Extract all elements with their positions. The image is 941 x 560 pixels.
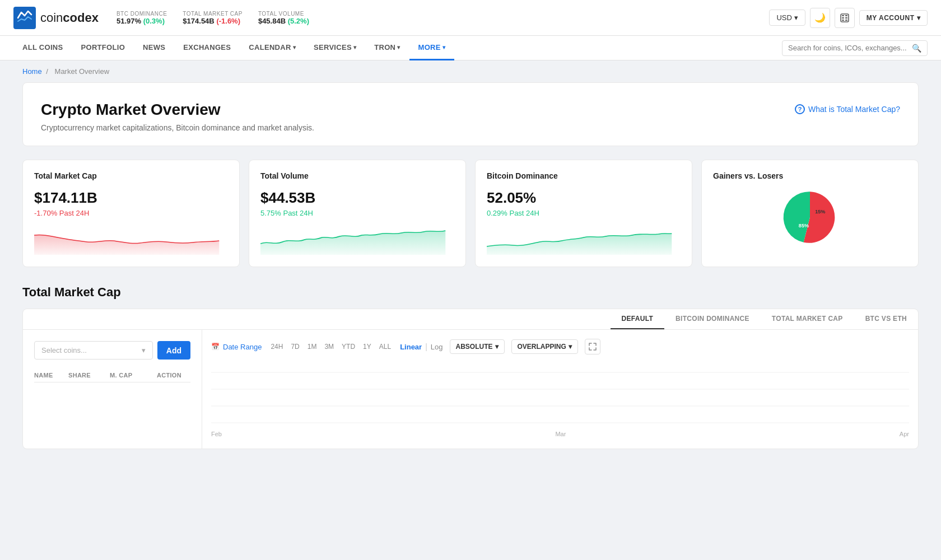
- svg-rect-7: [845, 20, 847, 21]
- card-gainers-losers: Gainers vs. Losers 15% 85%: [701, 160, 919, 267]
- nav-tron[interactable]: TRON ▾: [365, 36, 409, 60]
- search-input[interactable]: [788, 44, 909, 52]
- card-value: 52.05%: [487, 189, 681, 207]
- col-header-mcap: M. CAP: [110, 372, 155, 379]
- coin-select-dropdown[interactable]: Select coins... ▾: [34, 341, 153, 360]
- svg-rect-5: [845, 17, 847, 18]
- nav-portfolio[interactable]: PORTFOLIO: [72, 36, 134, 60]
- btc-dominance-value: 51.97%: [117, 17, 141, 25]
- chart-section: DEFAULT BITCOIN DOMINANCE TOTAL MARKET C…: [22, 309, 919, 449]
- dark-mode-button[interactable]: 🌙: [810, 8, 830, 28]
- nav-more[interactable]: MORE ▾: [409, 36, 455, 60]
- date-range[interactable]: 📅 Date Range: [211, 343, 262, 351]
- what-is-link[interactable]: ? What is Total Market Cap?: [795, 104, 900, 114]
- chart-controls: 📅 Date Range 24H 7D 1M 3M YTD 1Y ALL: [211, 339, 909, 354]
- svg-rect-2: [842, 15, 844, 16]
- x-axis: Feb Mar Apr: [211, 428, 909, 440]
- x-axis-label: Mar: [555, 431, 566, 437]
- chevron-down-icon: ▾: [142, 346, 146, 354]
- expand-chart-button[interactable]: [585, 339, 600, 354]
- calendar-icon: 📅: [211, 343, 220, 351]
- tab-default[interactable]: DEFAULT: [611, 309, 665, 329]
- nav-links: ALL COINS PORTFOLIO NEWS EXCHANGES CALEN…: [13, 36, 782, 60]
- mini-chart-btc: [487, 224, 681, 258]
- breadcrumb-separator: /: [46, 67, 50, 76]
- breadcrumb-current: Market Overview: [55, 67, 110, 76]
- chevron-down-icon: ▾: [917, 14, 921, 22]
- main-content: Crypto Market Overview Cryptocurrency ma…: [0, 82, 941, 472]
- card-title: Gainers vs. Losers: [713, 171, 907, 180]
- nav-calendar[interactable]: CALENDAR ▾: [240, 36, 305, 60]
- svg-text:15%: 15%: [815, 209, 825, 214]
- coin-select-row: Select coins... ▾ Add: [34, 341, 190, 360]
- log-scale-button[interactable]: Log: [431, 343, 443, 351]
- time-btn-ytd[interactable]: YTD: [339, 342, 357, 352]
- linear-scale-button[interactable]: Linear: [400, 343, 422, 351]
- total-volume-change: (5.2%): [288, 17, 309, 25]
- overview-header: Crypto Market Overview Cryptocurrency ma…: [22, 82, 919, 146]
- calculator-button[interactable]: [835, 8, 855, 28]
- svg-rect-0: [13, 7, 36, 29]
- col-header-name: NAME: [34, 372, 66, 379]
- total-mcap-value: $174.54B: [183, 17, 214, 25]
- tab-total-market-cap[interactable]: TOTAL MARKET CAP: [761, 309, 854, 329]
- time-btn-3m[interactable]: 3M: [322, 342, 336, 352]
- card-total-volume: Total Volume $44.53B 5.75% Past 24H: [249, 160, 466, 267]
- total-volume-value: $45.84B: [258, 17, 286, 25]
- card-value: $44.53B: [260, 189, 454, 207]
- topbar: coincodex BTC DOMINANCE 51.97% (0.3%) TO…: [0, 0, 941, 36]
- col-header-action: ACTION: [157, 372, 190, 379]
- card-title: Bitcoin Dominance: [487, 171, 681, 180]
- nav-search: 🔍: [782, 40, 928, 56]
- chevron-down-icon: ▾: [397, 44, 400, 50]
- overview-description: Cryptocurrency market capitalizations, B…: [41, 123, 314, 132]
- section-title: Total Market Cap: [22, 285, 919, 300]
- chart-right-panel: 📅 Date Range 24H 7D 1M 3M YTD 1Y ALL: [202, 330, 918, 449]
- market-stats: BTC DOMINANCE 51.97% (0.3%) TOTAL MARKET…: [117, 11, 751, 25]
- logo[interactable]: coincodex: [13, 7, 99, 29]
- card-change: 0.29% Past 24H: [487, 209, 681, 217]
- nav-news[interactable]: NEWS: [134, 36, 174, 60]
- account-button[interactable]: MY ACCOUNT ▾: [859, 10, 928, 26]
- nav-exchanges[interactable]: EXCHANGES: [174, 36, 240, 60]
- search-box[interactable]: 🔍: [782, 40, 928, 56]
- absolute-dropdown[interactable]: ABSOLUTE ▾: [450, 339, 505, 354]
- scale-controls: Linear | Log: [400, 342, 442, 351]
- tab-btc-vs-eth[interactable]: BTC VS ETH: [854, 309, 918, 329]
- nav-services[interactable]: SERVICES ▾: [305, 36, 365, 60]
- time-btn-24h[interactable]: 24H: [268, 342, 285, 352]
- time-btn-7d[interactable]: 7D: [288, 342, 301, 352]
- add-coin-button[interactable]: Add: [157, 341, 190, 360]
- chart-tabs: DEFAULT BITCOIN DOMINANCE TOTAL MARKET C…: [23, 309, 918, 330]
- btc-dominance-change: (0.3%): [143, 17, 165, 25]
- svg-rect-3: [845, 15, 847, 16]
- breadcrumb: Home / Market Overview: [0, 60, 941, 82]
- total-volume-stat: TOTAL VOLUME $45.84B (5.2%): [258, 11, 309, 25]
- chevron-down-icon: ▾: [794, 13, 798, 22]
- total-mcap-stat: TOTAL MARKET CAP $174.54B (-1.6%): [183, 11, 243, 25]
- time-btn-all[interactable]: ALL: [377, 342, 393, 352]
- stat-cards: Total Market Cap $174.11B -1.70% Past 24…: [22, 160, 919, 267]
- question-icon: ?: [795, 104, 805, 114]
- pie-chart: 15% 85%: [713, 189, 907, 245]
- card-value: $174.11B: [34, 189, 228, 207]
- tab-bitcoin-dominance[interactable]: BITCOIN DOMINANCE: [664, 309, 761, 329]
- currency-selector[interactable]: USD ▾: [769, 10, 805, 26]
- breadcrumb-home[interactable]: Home: [22, 67, 42, 76]
- time-btn-1m[interactable]: 1M: [305, 342, 319, 352]
- overlapping-dropdown[interactable]: OVERLAPPING ▾: [511, 339, 578, 354]
- coin-table-header: NAME SHARE M. CAP ACTION: [34, 368, 190, 382]
- card-title: Total Volume: [260, 171, 454, 180]
- logo-text: coincodex: [40, 11, 99, 25]
- svg-rect-6: [842, 20, 844, 21]
- time-btn-1y[interactable]: 1Y: [361, 342, 374, 352]
- chevron-down-icon: ▾: [495, 343, 499, 351]
- card-total-market-cap: Total Market Cap $174.11B -1.70% Past 24…: [22, 160, 240, 267]
- chevron-down-icon: ▾: [293, 44, 296, 50]
- chevron-down-icon: ▾: [442, 44, 445, 50]
- mini-chart-red: [34, 224, 228, 258]
- time-range-buttons: 24H 7D 1M 3M YTD 1Y ALL: [268, 342, 393, 352]
- search-icon[interactable]: 🔍: [912, 44, 921, 53]
- card-bitcoin-dominance: Bitcoin Dominance 52.05% 0.29% Past 24H: [475, 160, 692, 267]
- nav-all-coins[interactable]: ALL COINS: [13, 36, 72, 60]
